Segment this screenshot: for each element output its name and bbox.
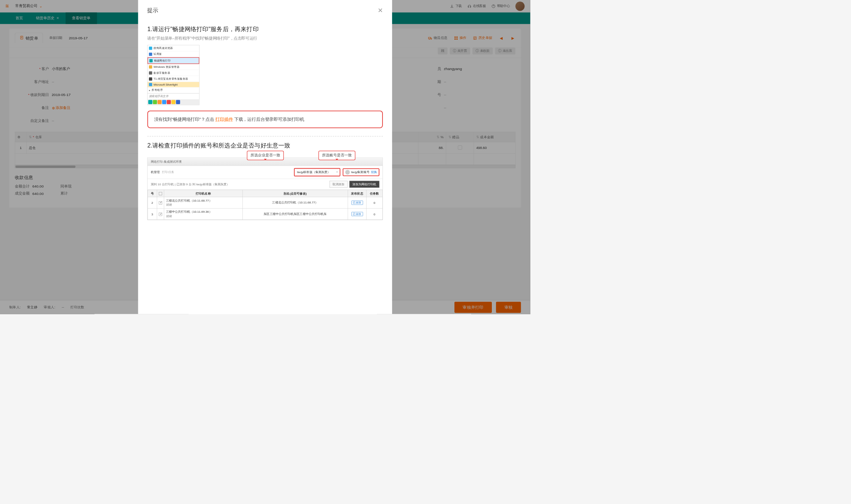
enterprise-dropdown[interactable]: taojy标准版（集测灰度） (294, 168, 340, 176)
bubble-account: 所选账号是否一致 (318, 151, 355, 160)
plugin-summary: 测到 10 台打印机 | 已添加 9 台 到 taojy标准版（集测灰度） (151, 182, 230, 186)
account-box: taojy集测账号 切换 (342, 168, 379, 176)
print-help-modal: 提示 ✕ 1.请运行"畅捷网络打印"服务后，再来打印 请在"开始菜单–所有程序"… (138, 0, 392, 314)
modal-overlay[interactable]: 提示 ✕ 1.请运行"畅捷网络打印"服务后，再来打印 请在"开始菜单–所有程序"… (0, 0, 530, 314)
plugin-mgmt-label: 机管理 (151, 170, 160, 174)
cancel-add-button[interactable]: 取消添加 (330, 181, 348, 188)
switch-account-link[interactable]: 切换 (371, 170, 377, 174)
step2-heading: 2.请检查打印插件的账号和所选企业是否与好生意一致 (147, 142, 383, 150)
section-divider (147, 136, 383, 136)
printer-row: 3 三楼中公共打印机（10.11.69.36）就绪 东区三楼中公共打印机东区三楼… (148, 208, 383, 220)
printer-row: 2 三楼北公共打印机（10.11.68.77）就绪 三楼北公共打印机（10.11… (148, 197, 383, 209)
plugin-illustration: 所选企业是否一致 所选账号是否一致 网络打印-集成测试环境 机管理 打印任务 t… (147, 158, 383, 220)
plugin-tasks-label: 打印任务 (162, 170, 174, 174)
modal-title: 提示 (147, 7, 158, 14)
checkbox-icon[interactable] (159, 213, 162, 216)
step1-subtext: 请在"开始菜单–所有程序"中找到"畅捷网络打印"，点击即可运行 (147, 36, 383, 41)
print-plugin-link[interactable]: 打印插件 (215, 117, 233, 122)
user-icon (345, 170, 350, 175)
checkbox-icon[interactable] (159, 201, 162, 205)
add-net-printer-button[interactable]: 添加为网络打印机 (350, 181, 380, 188)
checkbox-icon[interactable] (159, 192, 162, 195)
startmenu-illustration: 搜狗高速浏览器 试用版 畅捷网络打印 Windows 资源管理器 套接字服务器 … (147, 45, 199, 105)
step1-heading: 1.请运行"畅捷网络打印"服务后，再来打印 (147, 25, 383, 33)
download-callout: 没有找到"畅捷网络打印"？点击 打印插件 下载，运行后台登录即可添加打印机 (147, 110, 383, 128)
account-name: taojy集测账号 (351, 170, 370, 174)
close-button[interactable]: ✕ (378, 6, 383, 14)
bubble-enterprise: 所选企业是否一致 (247, 151, 284, 160)
